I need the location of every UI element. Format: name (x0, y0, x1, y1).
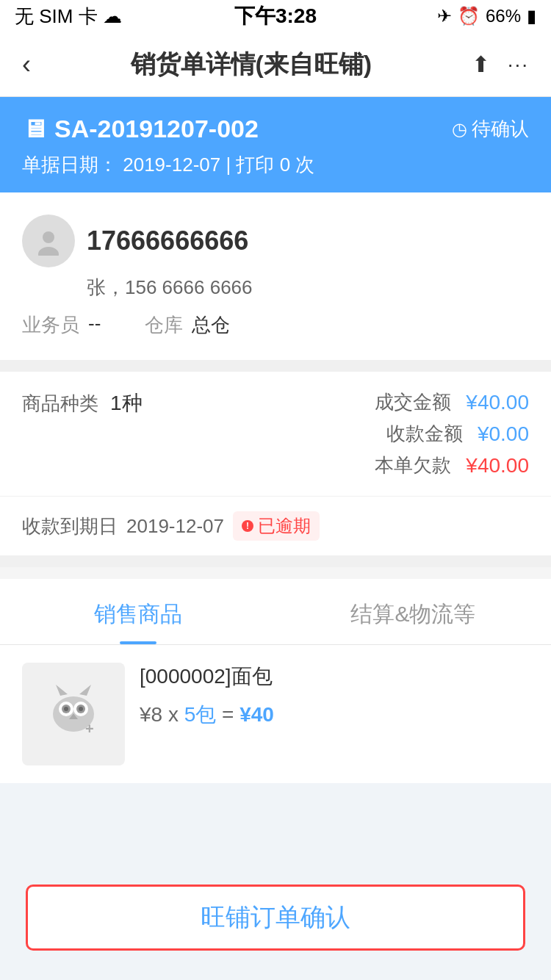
product-thumb-image: + (44, 681, 103, 747)
product-type-label: 商品种类 (22, 391, 98, 417)
owed-value: ¥40.00 (466, 454, 529, 478)
amount-value: ¥40.00 (466, 391, 529, 414)
product-equals: = (216, 703, 240, 726)
amount-label: 成交金额 (375, 389, 451, 415)
due-label: 收款到期日 (22, 514, 118, 539)
order-header-banner: 🖥 SA-20191207-002 ◷ 待确认 单据日期： 2019-12-07… (0, 97, 551, 192)
confirm-button-wrap: 旺铺订单确认 (26, 884, 525, 951)
tab-settlement-label: 结算&物流等 (350, 602, 475, 626)
status-bar-time: 下午3:28 (234, 2, 317, 30)
status-text: 待确认 (472, 116, 529, 142)
tab-sales-label: 销售商品 (94, 602, 182, 626)
order-icon: 🖥 (22, 115, 47, 143)
more-button[interactable]: ··· (508, 53, 529, 76)
svg-point-1 (38, 247, 59, 256)
received-row: 收款金额 ¥0.00 (386, 421, 529, 447)
customer-section: 17666666666 张，156 6666 6666 业务员 -- 仓库 总仓 (0, 192, 551, 360)
print-suffix: 次 (295, 154, 314, 176)
product-type-count: 1种 (110, 389, 143, 417)
status-bar-left: 无 SIM 卡 ☁ (15, 4, 122, 29)
battery-status: 66% (486, 6, 521, 26)
print-count: 0 (280, 154, 290, 176)
svg-marker-10 (79, 685, 91, 696)
product-list: + [0000002]面包 ¥8 x 5包 = ¥40 (0, 645, 551, 783)
svg-marker-9 (56, 685, 68, 696)
tab-section: 销售商品 结算&物流等 (0, 579, 551, 645)
clock-icon: ◷ (452, 119, 467, 140)
amount-row: 成交金额 ¥40.00 (375, 389, 529, 415)
confirm-order-button[interactable]: 旺铺订单确认 (26, 884, 525, 951)
date-label: 单据日期： (22, 154, 118, 176)
product-qty: 5包 (184, 703, 217, 726)
product-name: [0000002]面包 (140, 663, 529, 691)
owed-row: 本单欠款 ¥40.00 (375, 453, 529, 478)
svg-point-7 (64, 707, 68, 711)
divider-1 (0, 360, 551, 372)
due-date-section: 收款到期日 2019-12-07 ! 已逾期 (0, 496, 551, 555)
alarm-icon: ⏰ (458, 6, 480, 26)
avatar (22, 215, 75, 267)
owed-label: 本单欠款 (375, 453, 451, 478)
status-bar: 无 SIM 卡 ☁ 下午3:28 ✈ ⏰ 66% ▮ (0, 0, 551, 32)
battery-icon: ▮ (527, 6, 536, 26)
order-id: 🖥 SA-20191207-002 (22, 115, 259, 143)
product-info: [0000002]面包 ¥8 x 5包 = ¥40 (140, 663, 529, 729)
warehouse-label: 仓库 (145, 312, 183, 338)
svg-point-8 (79, 707, 83, 711)
sim-status: 无 SIM 卡 ☁ (15, 4, 122, 29)
customer-top: 17666666666 (22, 215, 529, 267)
warehouse-value: 总仓 (192, 312, 230, 338)
location-icon: ✈ (437, 6, 452, 26)
warehouse: 仓库 总仓 (145, 312, 230, 338)
nav-actions: ⬆ ··· (472, 51, 529, 77)
status-bar-right: ✈ ⏰ 66% ▮ (437, 6, 536, 26)
product-price: ¥8 x (140, 703, 184, 726)
overdue-icon: ! (242, 520, 253, 532)
sales-rep-label: 业务员 (22, 312, 79, 338)
back-button[interactable]: ‹ (22, 49, 31, 80)
customer-name: 张，156 6666 6666 (22, 275, 529, 300)
product-total: ¥40 (240, 703, 274, 726)
order-date: 2019-12-07 (123, 154, 220, 176)
overdue-text: 已逾期 (258, 514, 311, 538)
share-button[interactable]: ⬆ (472, 51, 490, 77)
product-item: + [0000002]面包 ¥8 x 5包 = ¥40 (22, 663, 529, 765)
order-date-line: 单据日期： 2019-12-07 | 打印 0 次 (22, 152, 529, 178)
received-value: ¥0.00 (478, 422, 529, 446)
summary-section: 商品种类 1种 成交金额 ¥40.00 收款金额 ¥0.00 本单欠款 ¥40.… (0, 372, 551, 496)
overdue-badge: ! 已逾期 (233, 511, 320, 541)
customer-phone: 17666666666 (87, 226, 248, 256)
product-type-area: 商品种类 1种 (22, 389, 143, 417)
tab-bar: 销售商品 结算&物流等 (0, 579, 551, 644)
order-header-top: 🖥 SA-20191207-002 ◷ 待确认 (22, 115, 529, 143)
summary-grid: 商品种类 1种 成交金额 ¥40.00 收款金额 ¥0.00 本单欠款 ¥40.… (22, 389, 529, 478)
order-status: ◷ 待确认 (452, 116, 529, 142)
nav-bar: ‹ 销货单详情(来自旺铺) ⬆ ··· (0, 32, 551, 97)
received-label: 收款金额 (386, 421, 463, 447)
svg-point-0 (43, 231, 54, 243)
order-id-text: SA-20191207-002 (54, 115, 259, 143)
print-label: | 打印 (226, 154, 274, 176)
amounts-area: 成交金额 ¥40.00 收款金额 ¥0.00 本单欠款 ¥40.00 (375, 389, 529, 478)
svg-text:+: + (85, 721, 94, 737)
tab-settlement[interactable]: 结算&物流等 (276, 579, 551, 644)
sales-rep: 业务员 -- (22, 312, 101, 338)
page-title: 销货单详情(来自旺铺) (131, 48, 372, 82)
product-thumbnail: + (22, 663, 125, 765)
divider-2 (0, 555, 551, 567)
product-price-line: ¥8 x 5包 = ¥40 (140, 701, 529, 729)
due-date: 2019-12-07 (126, 515, 224, 538)
sales-rep-value: -- (88, 312, 101, 338)
customer-meta: 业务员 -- 仓库 总仓 (22, 312, 529, 338)
tab-sales-products[interactable]: 销售商品 (0, 579, 276, 644)
